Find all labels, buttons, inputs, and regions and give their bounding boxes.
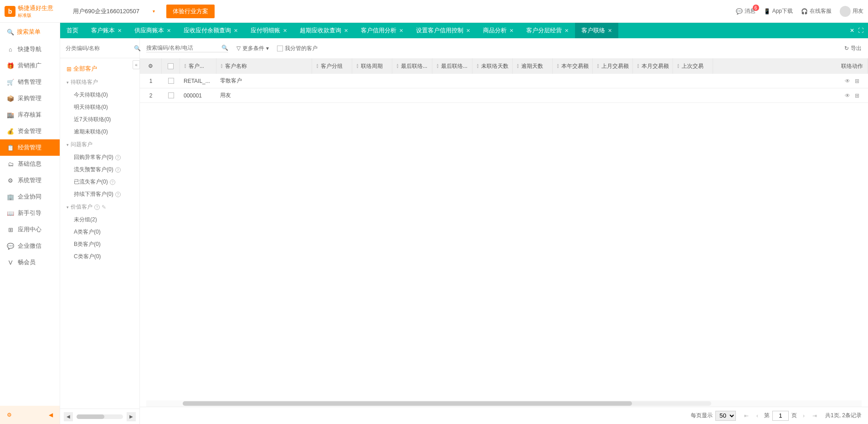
category-all-customers[interactable]: ⊞ 全部客户	[60, 62, 139, 76]
nav-item-5[interactable]: 💰资金管理	[0, 123, 60, 139]
tab-8[interactable]: 商品分析✕	[477, 23, 520, 38]
view-icon[interactable]: 👁	[845, 78, 850, 84]
nav-item-10[interactable]: 📖新手引导	[0, 205, 60, 221]
more-conditions[interactable]: ▽ 更多条件 ▾	[236, 45, 269, 52]
col-group[interactable]: ▲▼客户分组	[312, 58, 352, 74]
tab-5[interactable]: 超期应收款查询✕	[293, 23, 354, 38]
col-thismonth-amount[interactable]: ▲▼本月交易额	[633, 58, 673, 74]
sidebar-collapse-button[interactable]: «	[133, 60, 140, 69]
nav-item-2[interactable]: 🛒销售管理	[0, 74, 60, 90]
online-service-link[interactable]: 🎧 在线客服	[801, 7, 832, 15]
nav-item-4[interactable]: 🏬库存核算	[0, 107, 60, 123]
last-page-button[interactable]: ⇥	[811, 412, 819, 420]
col-last-deal[interactable]: ▲▼上次交易	[673, 58, 713, 74]
category-leaf-0-0[interactable]: 今天待联络(0)	[60, 89, 139, 101]
category-group-1[interactable]: ▾问题客户	[60, 138, 139, 151]
nav-item-9[interactable]: 🏢企业协同	[0, 189, 60, 205]
category-leaf-2-2[interactable]: B类客户(0)	[60, 238, 139, 250]
close-icon[interactable]: ✕	[399, 28, 403, 34]
category-leaf-2-3[interactable]: C类客户(0)	[60, 250, 139, 263]
export-button[interactable]: ↻ 导出	[844, 45, 862, 52]
category-leaf-1-1[interactable]: 流失预警客户(0) ?	[60, 163, 139, 176]
col-lastmonth-amount[interactable]: ▲▼上月交易额	[593, 58, 633, 74]
column-settings-button[interactable]: ⚙	[140, 58, 162, 74]
scroll-left-button[interactable]: ◀	[64, 412, 73, 421]
my-customers-checkbox[interactable]: 我分管的客户	[277, 45, 318, 52]
category-leaf-0-3[interactable]: 逾期未联络(0)	[60, 126, 139, 138]
more-icon[interactable]: ⊞	[855, 78, 859, 84]
search-icon[interactable]: 🔍	[221, 45, 228, 51]
nav-collapse-icon[interactable]: ◀	[49, 412, 53, 418]
category-leaf-2-1[interactable]: A类客户(0)	[60, 226, 139, 238]
first-page-button[interactable]: ⇤	[742, 412, 750, 420]
edit-icon[interactable]: ✎	[102, 204, 106, 210]
experience-button[interactable]: 体验行业方案	[166, 5, 215, 18]
tab-2[interactable]: 供应商账本✕	[128, 23, 177, 38]
tab-6[interactable]: 客户信用分析✕	[354, 23, 410, 38]
page-input[interactable]	[772, 411, 789, 421]
tab-1[interactable]: 客户账本✕	[85, 23, 128, 38]
col-year-amount[interactable]: ▲▼本年交易额	[553, 58, 593, 74]
view-icon[interactable]: 👁	[845, 92, 850, 99]
tab-3[interactable]: 应收应付余额查询✕	[177, 23, 244, 38]
tab-4[interactable]: 应付明细账✕	[244, 23, 293, 38]
col-last-contact-2[interactable]: ▲▼最后联络...	[432, 58, 473, 74]
settings-gear-icon[interactable]: ⚙	[7, 412, 12, 418]
close-all-icon[interactable]: ✕	[850, 27, 854, 34]
search-icon[interactable]: 🔍	[134, 45, 141, 51]
category-leaf-1-2[interactable]: 已流失客户(0) ?	[60, 176, 139, 188]
category-group-2[interactable]: ▾价值客户 ? ✎	[60, 200, 139, 214]
row-checkbox[interactable]	[162, 92, 180, 98]
app-download-link[interactable]: 📱 App下载	[764, 7, 793, 15]
tab-9[interactable]: 客户分层经营✕	[520, 23, 575, 38]
col-uncontact-days[interactable]: ▲▼未联络天数	[473, 58, 513, 74]
col-last-contact[interactable]: ▲▼最后联络...	[392, 58, 432, 74]
nav-item-3[interactable]: 📦采购管理	[0, 90, 60, 107]
col-cycle[interactable]: ▲▼联络周期	[352, 58, 392, 74]
nav-item-11[interactable]: ⊞应用中心	[0, 221, 60, 238]
col-name[interactable]: ▲▼客户名称	[216, 58, 312, 74]
nav-item-12[interactable]: 💬企业微信	[0, 238, 60, 254]
col-code[interactable]: ▲▼客户...	[180, 58, 216, 74]
tab-7[interactable]: 设置客户信用控制✕	[410, 23, 477, 38]
close-icon[interactable]: ✕	[466, 28, 470, 34]
close-icon[interactable]: ✕	[565, 28, 569, 34]
category-leaf-1-0[interactable]: 回购异常客户(0) ?	[60, 151, 139, 163]
category-leaf-2-0[interactable]: 未分组(2)	[60, 214, 139, 226]
help-icon[interactable]: ?	[94, 204, 100, 210]
category-leaf-1-3[interactable]: 持续下滑客户(0) ?	[60, 188, 139, 200]
page-size-select[interactable]: 50	[715, 411, 736, 421]
table-row[interactable]: 2000001用友👁⊞	[140, 88, 868, 103]
table-row[interactable]: 1RETAIL_...零散客户👁⊞	[140, 74, 868, 88]
message-link[interactable]: 💬 消息 6	[736, 7, 755, 15]
close-icon[interactable]: ✕	[608, 28, 612, 34]
nav-item-0[interactable]: ⌂快捷导航	[0, 41, 60, 57]
org-selector[interactable]: 用户690企业1660120507 ▾	[68, 5, 159, 18]
nav-item-13[interactable]: V畅会员	[0, 254, 60, 271]
help-icon[interactable]: ?	[115, 167, 121, 173]
nav-item-8[interactable]: ⚙系统管理	[0, 172, 60, 189]
nav-search[interactable]: 🔍 搜索菜单	[0, 23, 60, 41]
nav-item-6[interactable]: 📋经营管理	[0, 139, 60, 156]
expand-icon[interactable]: ⛶	[858, 27, 863, 34]
help-icon[interactable]: ?	[115, 155, 121, 160]
table-search-input[interactable]	[146, 45, 221, 51]
logo[interactable]: b 畅捷通好生意 标准版	[5, 4, 64, 19]
scroll-right-button[interactable]: ▶	[127, 412, 136, 421]
next-page-button[interactable]: ›	[800, 412, 808, 420]
help-icon[interactable]: ?	[110, 179, 115, 185]
close-icon[interactable]: ✕	[344, 28, 348, 34]
tab-0[interactable]: 首页	[60, 23, 85, 38]
table-horizontal-scrollbar[interactable]	[146, 400, 862, 407]
col-overdue-days[interactable]: ▲▼逾期天数	[513, 58, 553, 74]
close-icon[interactable]: ✕	[118, 28, 122, 34]
nav-item-1[interactable]: 🎁营销推广	[0, 57, 60, 74]
category-group-0[interactable]: ▾待联络客户	[60, 76, 139, 89]
user-menu[interactable]: 用友	[840, 6, 863, 17]
category-leaf-0-2[interactable]: 近7天待联络(0)	[60, 113, 139, 126]
close-icon[interactable]: ✕	[509, 28, 514, 34]
category-scrollbar[interactable]	[77, 414, 123, 419]
row-checkbox[interactable]	[162, 78, 180, 84]
close-icon[interactable]: ✕	[167, 28, 171, 34]
nav-item-7[interactable]: 🗂基础信息	[0, 156, 60, 172]
